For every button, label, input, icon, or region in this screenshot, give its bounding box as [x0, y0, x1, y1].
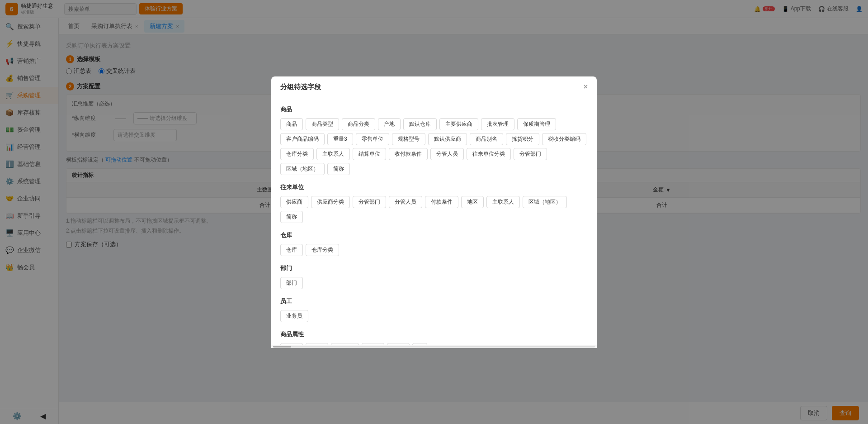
- tag-product-12[interactable]: 默认供应商: [428, 133, 467, 145]
- tag-product-15[interactable]: 税收分类编码: [542, 133, 586, 145]
- section-partner-title: 往来单位: [280, 183, 588, 191]
- section-warehouse-title: 仓库: [280, 231, 588, 239]
- section-dept-title: 部门: [280, 264, 588, 272]
- section-employee-tags: 业务员: [280, 310, 588, 322]
- section-warehouse-tags: 仓库 仓库分类: [280, 244, 588, 256]
- tag-partner-3[interactable]: 分管人员: [389, 196, 422, 208]
- tag-product-20[interactable]: 分管人员: [430, 148, 464, 160]
- tag-product-22[interactable]: 分管部门: [514, 148, 547, 160]
- tag-product-9[interactable]: 重量3: [327, 133, 353, 145]
- section-partner: 往来单位 供应商 供应商分类 分管部门 分管人员 付款条件 地区 主联系人 区域…: [280, 183, 588, 223]
- tag-product-4[interactable]: 默认仓库: [403, 118, 437, 130]
- tag-product-13[interactable]: 商品别名: [470, 133, 503, 145]
- tag-partner-2[interactable]: 分管部门: [353, 196, 386, 208]
- tag-partner-1[interactable]: 供应商分类: [311, 196, 350, 208]
- modal-close-button[interactable]: ×: [584, 83, 588, 91]
- tag-partner-4[interactable]: 付款条件: [425, 196, 458, 208]
- modal-title: 分组待选字段: [280, 83, 321, 91]
- section-employee-title: 员工: [280, 297, 588, 305]
- tag-product-24[interactable]: 简称: [327, 163, 350, 175]
- tag-employee-0[interactable]: 业务员: [280, 310, 308, 322]
- tag-product-21[interactable]: 往来单位分类: [467, 148, 511, 160]
- tag-product-10[interactable]: 零售单位: [356, 133, 389, 145]
- section-warehouse: 仓库 仓库 仓库分类: [280, 231, 588, 256]
- tag-product-19[interactable]: 收付款条件: [389, 148, 428, 160]
- tag-product-6[interactable]: 批次管理: [481, 118, 514, 130]
- modal-header: 分组待选字段 ×: [271, 76, 597, 98]
- modal: 分组待选字段 × 商品 商品 商品类型 商品分类 产地 默认仓库 主要供应商 批…: [271, 76, 597, 348]
- tag-partner-6[interactable]: 主联系人: [486, 196, 520, 208]
- tag-product-23[interactable]: 区域（地区）: [280, 163, 325, 175]
- tag-warehouse-1[interactable]: 仓库分类: [306, 244, 339, 256]
- tag-product-14[interactable]: 拣货积分: [506, 133, 539, 145]
- section-dept-tags: 部门: [280, 277, 588, 289]
- tag-partner-8[interactable]: 简称: [280, 211, 303, 223]
- section-product: 商品 商品 商品类型 商品分类 产地 默认仓库 主要供应商 批次管理 保质期管理…: [280, 105, 588, 175]
- section-product-attr: 商品属性 属性 颜色 多规格 尺码 鞋码 1: [280, 330, 588, 345]
- tag-dept-0[interactable]: 部门: [280, 277, 303, 289]
- tag-partner-5[interactable]: 地区: [461, 196, 484, 208]
- modal-body[interactable]: 商品 商品 商品类型 商品分类 产地 默认仓库 主要供应商 批次管理 保质期管理…: [271, 98, 597, 345]
- tag-product-8[interactable]: 客户商品编码: [280, 133, 325, 145]
- section-product-title: 商品: [280, 105, 588, 114]
- section-partner-tags: 供应商 供应商分类 分管部门 分管人员 付款条件 地区 主联系人 区域（地区） …: [280, 196, 588, 223]
- tag-product-11[interactable]: 规格型号: [392, 133, 425, 145]
- tag-product-16[interactable]: 仓库分类: [280, 148, 314, 160]
- overlay: 分组待选字段 × 商品 商品 商品类型 商品分类 产地 默认仓库 主要供应商 批…: [0, 0, 868, 424]
- section-dept: 部门 部门: [280, 264, 588, 289]
- tag-product-7[interactable]: 保质期管理: [517, 118, 556, 130]
- tag-product-18[interactable]: 结算单位: [353, 148, 386, 160]
- modal-horizontal-scrollbar[interactable]: [271, 345, 597, 348]
- tag-product-0[interactable]: 商品: [280, 118, 303, 130]
- section-product-attr-title: 商品属性: [280, 330, 588, 338]
- section-employee: 员工 业务员: [280, 297, 588, 322]
- tag-product-17[interactable]: 主联系人: [316, 148, 350, 160]
- tag-product-3[interactable]: 产地: [378, 118, 401, 130]
- tag-product-5[interactable]: 主要供应商: [439, 118, 478, 130]
- section-product-tags: 商品 商品类型 商品分类 产地 默认仓库 主要供应商 批次管理 保质期管理 客户…: [280, 118, 588, 175]
- tag-partner-0[interactable]: 供应商: [280, 196, 308, 208]
- tag-partner-7[interactable]: 区域（地区）: [523, 196, 567, 208]
- tag-warehouse-0[interactable]: 仓库: [280, 244, 303, 256]
- tag-product-2[interactable]: 商品分类: [342, 118, 375, 130]
- tag-product-1[interactable]: 商品类型: [306, 118, 339, 130]
